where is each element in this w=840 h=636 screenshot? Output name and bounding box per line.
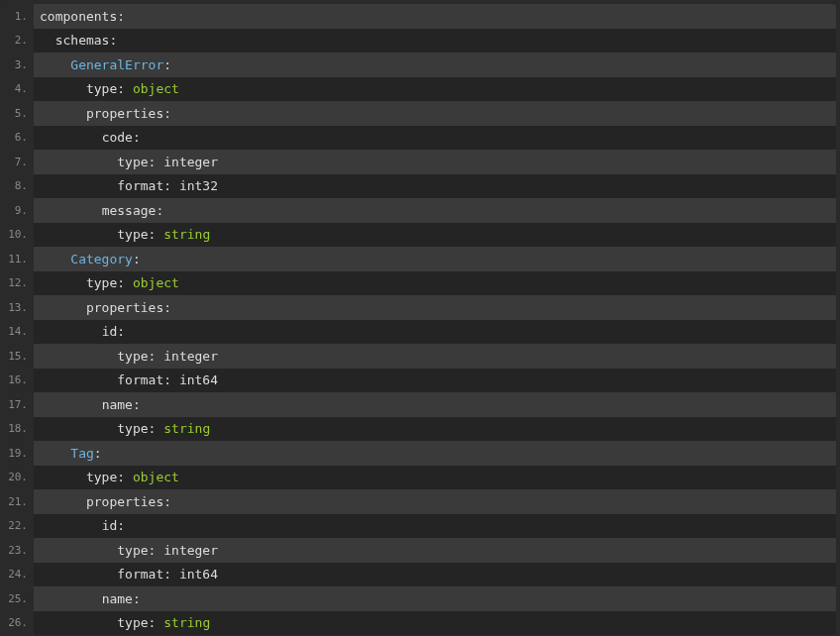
- indent: [40, 57, 70, 72]
- code-token: format: int32: [117, 178, 218, 193]
- schema-name-token: GeneralError: [70, 57, 163, 72]
- line-number: 14.: [4, 320, 34, 345]
- code-token: name:: [102, 397, 141, 412]
- code-line: 12. type: object: [4, 271, 836, 296]
- type-value-token: object: [133, 470, 179, 484]
- line-number: 6.: [4, 126, 34, 151]
- code-token: id:: [102, 324, 125, 339]
- code-line: 22. id:: [4, 514, 836, 539]
- line-number: 17.: [4, 392, 34, 417]
- line-number: 16.: [4, 369, 34, 393]
- code-line: 6. code:: [4, 126, 836, 151]
- indent: [40, 275, 86, 290]
- line-number: 15.: [4, 344, 34, 369]
- code-token: message:: [102, 203, 164, 218]
- indent: [40, 567, 117, 582]
- line-number: 9.: [4, 198, 34, 223]
- indent: [40, 203, 102, 218]
- line-number: 4.: [4, 77, 34, 102]
- line-number: 22.: [4, 514, 34, 539]
- indent: [40, 543, 117, 558]
- code-token: schemas:: [55, 33, 118, 48]
- code-line: 3. GeneralError:: [4, 53, 836, 77]
- code-content: Category:: [34, 247, 836, 271]
- line-number: 8.: [4, 174, 34, 199]
- indent: [40, 178, 117, 193]
- code-token: type: integer: [117, 349, 218, 364]
- indent: [40, 324, 102, 339]
- line-number: 11.: [4, 247, 34, 271]
- type-value-token: string: [163, 615, 210, 630]
- code-content: schemas:: [34, 29, 836, 53]
- code-token: name:: [102, 591, 141, 606]
- code-content: type: object: [34, 271, 836, 296]
- code-line: 8. format: int32: [4, 174, 836, 199]
- line-number: 24.: [4, 563, 34, 587]
- indent: [40, 300, 86, 315]
- code-content: code:: [34, 126, 836, 151]
- code-token: type:: [86, 275, 133, 290]
- code-token: properties:: [86, 106, 171, 121]
- code-content: type: string: [34, 417, 836, 442]
- indent: [40, 494, 86, 509]
- indent: [40, 591, 102, 606]
- code-token: type:: [86, 470, 133, 484]
- code-content: id:: [34, 320, 836, 345]
- code-line: 14. id:: [4, 320, 836, 345]
- code-content: name:: [34, 586, 836, 611]
- code-line: 17. name:: [4, 392, 836, 417]
- code-line: 11. Category:: [4, 247, 836, 271]
- indent: [40, 349, 117, 364]
- line-number: 1.: [4, 4, 34, 29]
- line-number: 2.: [4, 29, 34, 53]
- line-number: 18.: [4, 417, 34, 442]
- indent: [40, 397, 102, 412]
- indent: [40, 518, 102, 533]
- line-number: 5.: [4, 101, 34, 126]
- code-token: type:: [117, 421, 163, 436]
- code-line: 20. type: object: [4, 466, 836, 490]
- indent: [40, 446, 70, 461]
- code-line: 19. Tag:: [4, 441, 836, 466]
- code-token: id:: [102, 518, 125, 533]
- line-number: 21.: [4, 489, 34, 514]
- code-token: type:: [117, 615, 163, 630]
- indent: [40, 615, 117, 630]
- line-number: 13.: [4, 295, 34, 320]
- type-value-token: string: [163, 421, 210, 436]
- code-line: 25. name:: [4, 586, 836, 611]
- code-token: code:: [102, 130, 141, 145]
- indent: [40, 130, 102, 145]
- line-number: 25.: [4, 586, 34, 611]
- code-content: type: integer: [34, 538, 836, 563]
- code-content: Tag:: [34, 441, 836, 466]
- code-content: id:: [34, 514, 836, 539]
- code-line: 5. properties:: [4, 101, 836, 126]
- code-line: 7. type: integer: [4, 150, 836, 174]
- code-content: type: string: [34, 611, 836, 636]
- code-content: message:: [34, 198, 836, 223]
- code-content: properties:: [34, 295, 836, 320]
- code-content: type: integer: [34, 344, 836, 369]
- code-line: 18. type: string: [4, 417, 836, 442]
- indent: [40, 372, 117, 387]
- indent: [40, 470, 86, 484]
- code-line: 13. properties:: [4, 295, 836, 320]
- code-editor: 1.components:2. schemas:3. GeneralError:…: [4, 4, 836, 635]
- code-token: :: [133, 252, 141, 266]
- indent: [40, 252, 70, 266]
- indent: [40, 421, 117, 436]
- type-value-token: object: [133, 275, 179, 290]
- code-line: 1.components:: [4, 4, 836, 29]
- schema-name-token: Tag: [70, 446, 93, 461]
- type-value-token: string: [163, 227, 210, 242]
- code-content: type: string: [34, 223, 836, 248]
- indent: [40, 33, 55, 48]
- line-number: 23.: [4, 538, 34, 563]
- code-line: 24. format: int64: [4, 563, 836, 587]
- code-content: type: object: [34, 77, 836, 102]
- code-content: properties:: [34, 101, 836, 126]
- code-content: properties:: [34, 489, 836, 514]
- code-token: :: [163, 57, 171, 72]
- code-token: format: int64: [117, 567, 218, 582]
